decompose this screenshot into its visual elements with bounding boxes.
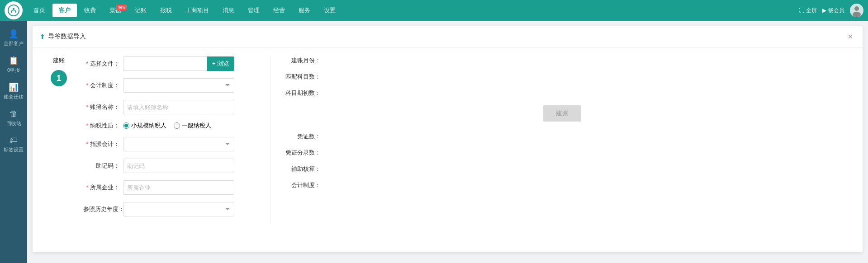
voucher-entries-label: 凭证分录数： bbox=[280, 149, 321, 157]
nav-item-invoices[interactable]: 票据 new bbox=[103, 4, 128, 17]
company-label: 所属企业： bbox=[83, 183, 119, 192]
svg-point-2 bbox=[854, 6, 859, 11]
file-input[interactable] bbox=[123, 56, 207, 71]
tax-general-option[interactable]: 一般纳税人 bbox=[174, 122, 211, 130]
dialog-body: 建账 1 * 选择文件： + 浏览 bbox=[33, 47, 863, 233]
voucher-count-row: 凭证数： bbox=[280, 132, 844, 141]
tax-small-scale-radio[interactable] bbox=[123, 122, 129, 129]
svg-point-3 bbox=[853, 12, 861, 17]
assign-accountant-row: 指派会计： bbox=[83, 137, 234, 151]
dialog-title: ⬆ 导爷数据导入 bbox=[40, 33, 86, 41]
history-year-select[interactable] bbox=[123, 202, 234, 216]
sidebar-item-declaration[interactable]: 📋 0申报 bbox=[1, 52, 26, 77]
dialog-close-button[interactable]: × bbox=[845, 32, 855, 42]
ledger-name-label: 账簿名称： bbox=[83, 103, 119, 111]
declaration-icon: 📋 bbox=[9, 56, 19, 66]
memo-code-label: 助记码： bbox=[83, 162, 119, 170]
sidebar-item-recycle[interactable]: 🗑 回收站 bbox=[1, 106, 26, 130]
app-logo[interactable] bbox=[5, 1, 23, 19]
nav-item-operations[interactable]: 经营 bbox=[267, 4, 291, 17]
tax-type-radio-group: 小规模纳税人 一般纳税人 bbox=[123, 122, 211, 130]
tax-general-radio[interactable] bbox=[174, 122, 180, 129]
right-accounting-system-label: 会计制度： bbox=[280, 181, 321, 189]
main-content: ⬆ 导爷数据导入 × 建账 1 bbox=[27, 21, 868, 263]
nav-item-clients[interactable]: 客户 bbox=[52, 4, 77, 17]
nav-items: 首页 客户 收费 票据 new 记账 报税 工商项目 消息 管理 经营 服务 设… bbox=[27, 4, 799, 17]
browse-button[interactable]: + 浏览 bbox=[207, 56, 234, 71]
nav-item-tax[interactable]: 报税 bbox=[154, 4, 178, 17]
file-input-group: + 浏览 bbox=[123, 56, 234, 71]
assign-accountant-select[interactable] bbox=[123, 137, 234, 151]
upload-icon: ⬆ bbox=[40, 33, 45, 40]
step-number: 1 bbox=[51, 70, 67, 86]
memo-code-input[interactable] bbox=[123, 159, 234, 173]
tax-type-label: 纳税性质： bbox=[83, 122, 119, 130]
sidebar-item-all-clients[interactable]: 👤 全部客户 bbox=[1, 25, 26, 50]
all-clients-icon: 👤 bbox=[9, 29, 19, 39]
account-system-label: 会计制度： bbox=[83, 81, 119, 89]
tag-icon: 🏷 bbox=[9, 136, 18, 145]
main-layout: 👤 全部客户 📋 0申报 📊 账套迁移 🗑 回收站 🏷 标签设置 ⬆ 导爷数 bbox=[0, 21, 868, 263]
right-accounting-system-row: 会计制度： bbox=[280, 181, 844, 189]
build-btn-area: 建账 bbox=[280, 105, 844, 122]
file-select-label: * 选择文件： bbox=[83, 60, 119, 68]
assign-accountant-label: 指派会计： bbox=[83, 140, 119, 148]
fullscreen-icon: ⛶ bbox=[799, 7, 804, 14]
subject-initial-row: 科目期初数： bbox=[280, 89, 844, 97]
voucher-count-label: 凭证数： bbox=[280, 132, 321, 141]
build-month-row: 建账月份： bbox=[280, 56, 844, 65]
dialog-header: ⬆ 导爷数据导入 × bbox=[33, 26, 863, 47]
subject-initial-label: 科目期初数： bbox=[280, 89, 321, 97]
ledger-name-row: 账簿名称： bbox=[83, 100, 234, 114]
build-account-button[interactable]: 建账 bbox=[543, 105, 581, 122]
company-input[interactable] bbox=[123, 180, 234, 195]
tax-general-label: 一般纳税人 bbox=[182, 122, 211, 130]
sidebar-item-account-migrate[interactable]: 📊 账套迁移 bbox=[1, 79, 26, 103]
member-button[interactable]: ▶ 畅会员 bbox=[822, 7, 844, 14]
nav-item-management[interactable]: 管理 bbox=[242, 4, 266, 17]
top-navigation: 首页 客户 收费 票据 new 记账 报税 工商项目 消息 管理 经营 服务 设… bbox=[0, 0, 868, 21]
nav-item-services[interactable]: 服务 bbox=[292, 4, 317, 17]
step-indicator: 建账 1 bbox=[51, 56, 76, 86]
fullscreen-button[interactable]: ⛶ 全屏 bbox=[799, 7, 817, 14]
account-system-select[interactable] bbox=[123, 78, 234, 93]
dialog-panel: ⬆ 导爷数据导入 × 建账 1 bbox=[33, 26, 863, 252]
nav-right-actions: ⛶ 全屏 ▶ 畅会员 bbox=[799, 4, 863, 17]
account-migrate-icon: 📊 bbox=[9, 82, 19, 92]
tax-small-scale-label: 小规模纳税人 bbox=[131, 122, 166, 130]
auxiliary-label: 辅助核算： bbox=[280, 165, 321, 173]
tax-type-row: 纳税性质： 小规模纳税人 一般纳税人 bbox=[83, 122, 234, 130]
match-subjects-label: 匹配科目数： bbox=[280, 73, 321, 81]
sidebar-item-tag-setting[interactable]: 🏷 标签设置 bbox=[1, 132, 26, 156]
nav-item-home[interactable]: 首页 bbox=[27, 4, 52, 17]
nav-item-settings[interactable]: 设置 bbox=[318, 4, 342, 17]
account-system-row: 会计制度： bbox=[83, 78, 234, 93]
svg-point-1 bbox=[13, 8, 14, 9]
recycle-icon: 🗑 bbox=[9, 109, 18, 119]
file-select-row: * 选择文件： + 浏览 bbox=[83, 56, 234, 71]
ledger-name-input[interactable] bbox=[123, 100, 234, 114]
user-avatar[interactable] bbox=[850, 4, 863, 17]
tax-small-scale-option[interactable]: 小规模纳税人 bbox=[123, 122, 166, 130]
nav-item-billing[interactable]: 收费 bbox=[78, 4, 102, 17]
history-year-label: 参照历史年度： bbox=[83, 205, 119, 213]
left-form: * 选择文件： + 浏览 会计制度： bbox=[83, 56, 234, 224]
build-month-label: 建账月份： bbox=[280, 56, 321, 65]
voucher-entries-row: 凭证分录数： bbox=[280, 149, 844, 157]
nav-item-bookkeeping[interactable]: 记账 bbox=[128, 4, 153, 17]
match-subjects-row: 匹配科目数： bbox=[280, 73, 844, 81]
play-icon: ▶ bbox=[822, 7, 826, 14]
nav-item-messages[interactable]: 消息 bbox=[216, 4, 241, 17]
company-row: 所属企业： bbox=[83, 180, 234, 195]
memo-code-row: 助记码： bbox=[83, 159, 234, 173]
auxiliary-row: 辅助核算： bbox=[280, 165, 844, 173]
left-sidebar: 👤 全部客户 📋 0申报 📊 账套迁移 🗑 回收站 🏷 标签设置 bbox=[0, 21, 27, 263]
history-year-row: 参照历史年度： bbox=[83, 202, 234, 216]
form-spacer bbox=[243, 56, 261, 224]
right-panel: 建账月份： 匹配科目数： 科目期初数： 建账 bbox=[270, 56, 844, 224]
new-badge: new bbox=[116, 5, 127, 10]
nav-item-business[interactable]: 工商项目 bbox=[179, 4, 215, 17]
